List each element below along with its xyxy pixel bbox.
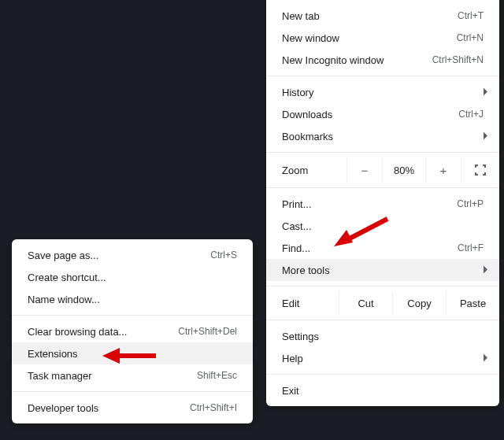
fullscreen-icon: [475, 165, 486, 176]
menu-item-edit: Edit Cut Copy Paste: [266, 291, 499, 315]
zoom-value: 80%: [382, 157, 425, 183]
separator: [266, 152, 499, 153]
label: Clear browsing data...: [28, 326, 178, 338]
zoom-in-button[interactable]: +: [425, 157, 461, 183]
menu-item-new-tab[interactable]: New tab Ctrl+T: [266, 5, 499, 27]
separator: [266, 320, 499, 320]
zoom-out-button[interactable]: −: [346, 157, 382, 183]
label: Find...: [282, 242, 458, 254]
label: Extensions: [28, 348, 237, 360]
separator: [266, 286, 499, 287]
submenu-arrow-icon: [484, 87, 488, 98]
menu-item-downloads[interactable]: Downloads Ctrl+J: [266, 103, 499, 125]
separator: [12, 315, 253, 316]
separator: [12, 391, 253, 392]
submenu-arrow-icon: [484, 353, 488, 364]
shortcut: Ctrl+Shift+N: [432, 54, 484, 65]
submenu-item-developer-tools[interactable]: Developer tools Ctrl+Shift+I: [12, 397, 253, 419]
separator: [266, 187, 499, 188]
label: History: [282, 87, 484, 98]
label: Developer tools: [28, 402, 190, 414]
submenu-item-clear-browsing-data[interactable]: Clear browsing data... Ctrl+Shift+Del: [12, 320, 253, 342]
menu-item-settings[interactable]: Settings: [266, 325, 499, 347]
edit-cut-button[interactable]: Cut: [339, 291, 392, 315]
shortcut: Ctrl+S: [210, 250, 237, 261]
shortcut: Ctrl+Shift+I: [190, 402, 237, 413]
label: New window: [282, 32, 457, 44]
submenu-arrow-icon: [484, 131, 488, 142]
menu-item-new-incognito[interactable]: New Incognito window Ctrl+Shift+N: [266, 49, 499, 71]
label: New tab: [282, 10, 458, 22]
shortcut: Ctrl+Shift+Del: [178, 326, 237, 337]
submenu-item-extensions[interactable]: Extensions: [12, 342, 253, 364]
separator: [266, 374, 499, 375]
menu-item-print[interactable]: Print... Ctrl+P: [266, 193, 499, 215]
submenu-item-create-shortcut[interactable]: Create shortcut...: [12, 266, 253, 288]
label: Downloads: [282, 109, 458, 120]
chrome-main-menu: New tab Ctrl+T New window Ctrl+N New Inc…: [266, 0, 499, 406]
fullscreen-button[interactable]: [461, 157, 499, 183]
menu-item-bookmarks[interactable]: Bookmarks: [266, 125, 499, 147]
shortcut: Ctrl+T: [458, 10, 484, 21]
shortcut: Ctrl+F: [458, 242, 484, 253]
edit-paste-button[interactable]: Paste: [446, 291, 499, 315]
label: Help: [282, 353, 484, 364]
label: Exit: [282, 385, 484, 397]
submenu-item-save-page[interactable]: Save page as... Ctrl+S: [12, 244, 253, 266]
label: Name window...: [28, 294, 237, 305]
more-tools-submenu: Save page as... Ctrl+S Create shortcut..…: [12, 239, 253, 423]
menu-item-zoom: Zoom − 80% +: [266, 157, 499, 183]
shortcut: Ctrl+P: [457, 198, 484, 209]
shortcut: Shift+Esc: [197, 370, 237, 381]
menu-item-cast[interactable]: Cast...: [266, 215, 499, 237]
menu-item-exit[interactable]: Exit: [266, 379, 499, 401]
label: New Incognito window: [282, 54, 432, 66]
edit-copy-button[interactable]: Copy: [392, 291, 446, 315]
menu-item-find[interactable]: Find... Ctrl+F: [266, 237, 499, 259]
shortcut: Ctrl+J: [458, 109, 484, 120]
submenu-item-task-manager[interactable]: Task manager Shift+Esc: [12, 364, 253, 386]
label: Create shortcut...: [28, 272, 237, 283]
label: Zoom: [282, 165, 346, 176]
submenu-item-name-window[interactable]: Name window...: [12, 288, 253, 310]
menu-item-more-tools[interactable]: More tools: [266, 259, 499, 281]
menu-item-history[interactable]: History: [266, 81, 499, 103]
menu-item-help[interactable]: Help: [266, 347, 499, 369]
label: Task manager: [28, 370, 197, 382]
label: Save page as...: [28, 250, 210, 261]
label: Bookmarks: [282, 131, 484, 142]
label: Print...: [282, 198, 457, 210]
label: Cast...: [282, 220, 484, 232]
label: Edit: [282, 298, 339, 309]
menu-item-new-window[interactable]: New window Ctrl+N: [266, 27, 499, 49]
submenu-arrow-icon: [484, 264, 488, 276]
label: Settings: [282, 331, 484, 342]
label: More tools: [282, 264, 484, 276]
shortcut: Ctrl+N: [457, 32, 484, 43]
separator: [266, 76, 499, 76]
